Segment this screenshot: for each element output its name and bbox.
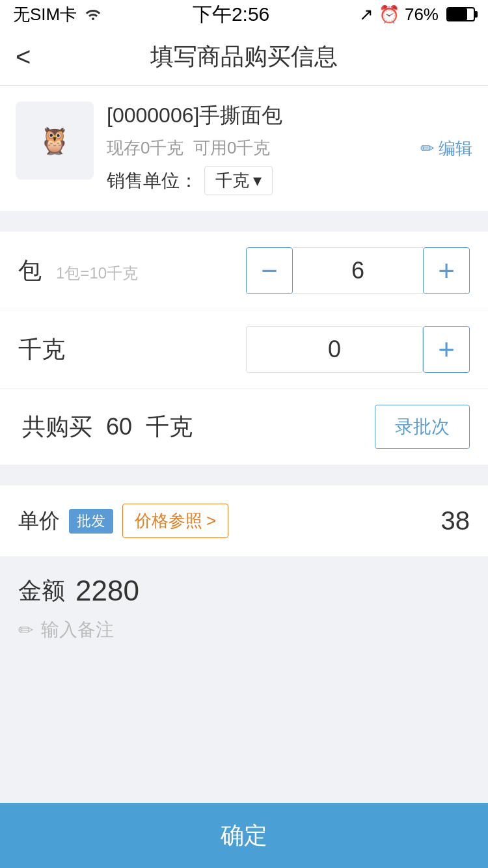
kg-label: 千克 [18, 334, 246, 366]
product-info: [0000006]手撕面包 现存0千克 可用0千克 销售单位： 千克 ▾ [107, 102, 472, 195]
status-left: 无SIM卡 [13, 3, 103, 26]
note-row[interactable]: ✏ 输入备注 [18, 617, 470, 642]
edit-icon: ✏ [420, 139, 435, 159]
location-icon: ↗ [359, 5, 373, 25]
kg-input[interactable] [246, 326, 423, 373]
unit-dropdown-icon: ▾ [253, 170, 262, 191]
product-thumb-icon: 🦉 [38, 126, 71, 156]
total-unit: 千克 [146, 413, 193, 440]
kg-controls: + [246, 326, 470, 373]
product-unit-row: 销售单位： 千克 ▾ [107, 166, 472, 195]
unit-select[interactable]: 千克 ▾ [204, 166, 273, 195]
available-text: 可用0千克 [193, 138, 270, 157]
pack-hint: 1包=10千克 [56, 264, 138, 282]
status-time: 下午2:56 [193, 1, 269, 28]
unit-value: 千克 [215, 169, 249, 192]
total-prefix: 共购买 [22, 413, 92, 440]
pack-input[interactable] [293, 247, 423, 294]
page-title: 填写商品购买信息 [150, 41, 338, 73]
wifi-icon [83, 5, 103, 25]
pack-minus-button[interactable]: − [246, 247, 293, 294]
product-name: [0000006]手撕面包 [107, 102, 472, 130]
stock-text: 现存0千克 [107, 138, 183, 157]
kg-plus-button[interactable]: + [423, 326, 470, 373]
confirm-button[interactable]: 确定 [0, 803, 488, 868]
total-text: 共购买 60 千克 [18, 411, 197, 443]
amount-value: 2280 [75, 575, 139, 607]
pack-row: 包 1包=10千克 − + [0, 232, 488, 310]
batch-button[interactable]: 录批次 [375, 405, 470, 449]
amount-label: 金额 [18, 575, 65, 607]
amount-section: 金额 2280 ✏ 输入备注 [0, 556, 488, 686]
product-title: 手撕面包 [199, 103, 282, 127]
price-type-tag: 批发 [69, 509, 113, 534]
amount-row: 金额 2280 [18, 575, 470, 607]
divider-2 [0, 475, 488, 485]
quantity-section: 包 1包=10千克 − + 千克 + [0, 232, 488, 389]
pack-controls: − + [246, 247, 470, 294]
price-section: 单价 批发 价格参照 > 38 [0, 485, 488, 556]
product-thumbnail: 🦉 [16, 102, 94, 180]
status-right: ↗ ⏰ 76% [359, 5, 475, 25]
price-ref-button[interactable]: 价格参照 > [122, 504, 228, 538]
note-placeholder: 输入备注 [41, 617, 114, 642]
product-stock: 现存0千克 可用0千克 [107, 137, 472, 159]
price-ref-arrow: > [206, 511, 216, 531]
carrier-text: 无SIM卡 [13, 3, 77, 26]
back-button[interactable]: < [16, 42, 31, 72]
total-section: 共购买 60 千克 录批次 [0, 389, 488, 465]
edit-label: 编辑 [439, 137, 472, 160]
pack-label: 包 [18, 257, 42, 284]
battery-percent: 76% [405, 5, 439, 25]
total-amount: 60 [106, 413, 132, 440]
nav-bar: < 填写商品购买信息 [0, 29, 488, 86]
edit-button[interactable]: ✏ 编辑 [420, 137, 472, 160]
status-bar: 无SIM卡 下午2:56 ↗ ⏰ 76% [0, 0, 488, 29]
divider-1 [0, 221, 488, 232]
note-icon: ✏ [18, 619, 33, 641]
price-ref-label: 价格参照 [135, 509, 202, 532]
price-label: 单价 [18, 507, 60, 536]
battery-icon [446, 7, 475, 21]
pack-plus-button[interactable]: + [423, 247, 470, 294]
price-value: 38 [441, 506, 470, 536]
unit-label: 销售单位： [107, 169, 198, 193]
kg-row: 千克 + [0, 310, 488, 389]
product-card: 🦉 [0000006]手撕面包 现存0千克 可用0千克 销售单位： 千克 ▾ ✏… [0, 86, 488, 211]
alarm-icon: ⏰ [379, 5, 400, 25]
product-id: [0000006] [107, 103, 199, 127]
pack-label-group: 包 1包=10千克 [18, 255, 246, 287]
